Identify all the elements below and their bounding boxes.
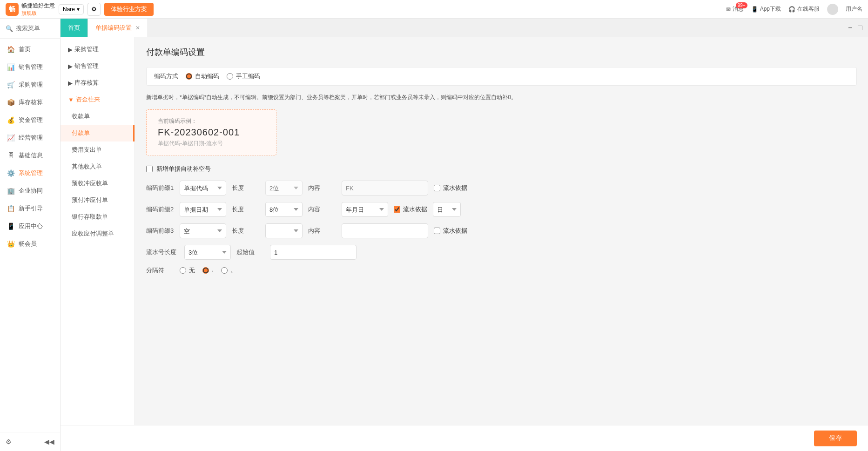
prefix1-select[interactable]: 单据代码 bbox=[180, 181, 226, 195]
sidebar-item-base[interactable]: 🗄 基础信息 bbox=[0, 147, 60, 164]
stream2-checkbox[interactable] bbox=[394, 206, 400, 213]
sidebar-item-label: 销售管理 bbox=[19, 63, 43, 71]
content3-label: 内容 bbox=[308, 227, 336, 235]
stream1-checkbox[interactable] bbox=[434, 185, 440, 191]
sidebar-item-system[interactable]: ⚙️ 系统管理 bbox=[0, 164, 60, 182]
sub-item-prepay-receivable[interactable]: 预收冲应收单 bbox=[61, 175, 135, 192]
sidebar-bottom: ⚙ ◀◀ bbox=[0, 432, 60, 451]
sidebar-item-apps[interactable]: 📱 应用中心 bbox=[0, 217, 60, 235]
stream-period-select[interactable]: 日 月 年 bbox=[433, 202, 461, 217]
save-button[interactable]: 保存 bbox=[814, 431, 857, 446]
sub-item-bank-deposit[interactable]: 银行存取款单 bbox=[61, 209, 135, 225]
prefix3-label: 编码前缀3 bbox=[146, 227, 174, 235]
sidebar-item-sales[interactable]: 📊 销售管理 bbox=[0, 58, 60, 76]
manual-encode-radio[interactable]: 手工编码 bbox=[227, 72, 260, 81]
sub-sidebar: ▶ 采购管理 ▶ 销售管理 ▶ 库存核算 ▼ 资金往来 收款单 付款单 费用支出… bbox=[61, 37, 135, 425]
separator-dash-label: 。 bbox=[230, 266, 236, 275]
chevron-down-icon: ▼ bbox=[68, 96, 74, 103]
separator-label: 分隔符 bbox=[146, 266, 174, 275]
brand-text: 畅捷通好生意 旗舰版 bbox=[21, 2, 55, 17]
maximize-btn[interactable]: □ bbox=[856, 22, 864, 34]
inventory-icon: 📦 bbox=[7, 98, 15, 107]
separator-dash-input[interactable] bbox=[221, 267, 228, 274]
encoding-method-section: 编码方式 自动编码 手工编码 bbox=[146, 67, 857, 86]
sub-item-payment[interactable]: 付款单 bbox=[61, 125, 135, 141]
sidebar-item-inventory[interactable]: 📦 库存核算 bbox=[0, 94, 60, 111]
username: 用户名 bbox=[846, 5, 862, 13]
sub-group-capital[interactable]: ▼ 资金往来 bbox=[61, 91, 135, 108]
close-tab-icon[interactable]: ✕ bbox=[135, 25, 140, 31]
top-header: 畅 畅捷通好生意 旗舰版 Nare ▾ ⚙ 体验行业方案 ✉ 消息 99+ 📱 … bbox=[0, 0, 868, 19]
stream3-checkbox[interactable] bbox=[434, 228, 440, 234]
sidebar-item-purchase[interactable]: 🛒 采购管理 bbox=[0, 76, 60, 94]
stream1-label: 流水依据 bbox=[443, 184, 467, 192]
stream-number-select[interactable]: 3位 4位 5位 bbox=[184, 245, 231, 260]
prefix2-select[interactable]: 单据日期 bbox=[180, 202, 226, 217]
auto-fill-checkbox[interactable] bbox=[146, 166, 153, 172]
sidebar-item-enterprise[interactable]: 🏢 企业协同 bbox=[0, 182, 60, 200]
sidebar-item-label: 应用中心 bbox=[19, 222, 43, 230]
user-avatar bbox=[827, 4, 838, 15]
settings-gear-btn[interactable]: ⚙ bbox=[4, 436, 13, 447]
company-dropdown[interactable]: Nare ▾ bbox=[59, 4, 84, 14]
sidebar-item-finance[interactable]: 💰 资金管理 bbox=[0, 111, 60, 129]
sub-item-expense[interactable]: 费用支出单 bbox=[61, 141, 135, 158]
prefix1-label: 编码前缀1 bbox=[146, 184, 174, 192]
brand-sub: 旗舰版 bbox=[21, 10, 55, 17]
content1-label: 内容 bbox=[308, 184, 336, 192]
start-value-input[interactable] bbox=[270, 245, 357, 260]
sub-group-purchase[interactable]: ▶ 采购管理 bbox=[61, 41, 135, 58]
sub-group-inventory[interactable]: ▶ 库存核算 bbox=[61, 74, 135, 91]
start-value-label: 起始值 bbox=[236, 248, 264, 256]
separator-dot-input[interactable] bbox=[202, 267, 209, 274]
sidebar-item-home[interactable]: 🏠 首页 bbox=[0, 40, 60, 58]
stream1-checkbox-wrap: 流水依据 bbox=[434, 184, 467, 192]
tab-home[interactable]: 首页 bbox=[61, 19, 88, 37]
brand-icon: 畅 bbox=[6, 3, 19, 16]
separator-dash-radio[interactable]: 。 bbox=[221, 266, 236, 275]
separator-dot-radio[interactable]: · bbox=[202, 267, 214, 274]
manual-encode-input[interactable] bbox=[227, 73, 233, 80]
length2-select[interactable]: 8位 bbox=[265, 202, 303, 217]
content2-select[interactable]: 年月日 bbox=[342, 202, 388, 217]
sidebar-item-guide[interactable]: 📋 新手引导 bbox=[0, 200, 60, 217]
message-icon: ✉ bbox=[726, 6, 731, 13]
sidebar-item-member[interactable]: 👑 畅会员 bbox=[0, 235, 60, 253]
sub-item-adjustment[interactable]: 应收应付调整单 bbox=[61, 225, 135, 242]
trial-button[interactable]: 体验行业方案 bbox=[104, 3, 154, 16]
separator-none-input[interactable] bbox=[180, 267, 186, 274]
example-label: 当前编码示例： bbox=[158, 117, 265, 125]
auto-encode-input[interactable] bbox=[186, 73, 192, 80]
minimize-btn[interactable]: − bbox=[846, 22, 854, 34]
headset-icon: 🎧 bbox=[788, 6, 795, 13]
sidebar-item-label: 系统管理 bbox=[19, 169, 43, 177]
separator-none-label: 无 bbox=[189, 266, 195, 275]
length3-label: 长度 bbox=[232, 227, 260, 235]
sidebar-search: 🔍 搜索菜单 bbox=[0, 19, 60, 39]
encoding-method-label: 编码方式 bbox=[154, 72, 178, 81]
sidebar-item-operations[interactable]: 📈 经营管理 bbox=[0, 129, 60, 147]
separator-none-radio[interactable]: 无 bbox=[180, 266, 195, 275]
app-download-btn[interactable]: 📱 App下载 bbox=[751, 5, 781, 13]
length3-select[interactable] bbox=[265, 223, 303, 238]
message-btn[interactable]: ✉ 消息 99+ bbox=[726, 5, 744, 13]
bottom-bar: 保存 bbox=[61, 425, 868, 451]
settings-button[interactable]: ⚙ bbox=[87, 3, 101, 16]
sub-item-other-income[interactable]: 其他收入单 bbox=[61, 158, 135, 175]
sub-item-prepay-payable[interactable]: 预付冲应付单 bbox=[61, 192, 135, 209]
content3-input[interactable] bbox=[342, 223, 428, 238]
online-service-btn[interactable]: 🎧 在线客服 bbox=[788, 5, 820, 13]
sales-icon: 📊 bbox=[7, 63, 15, 71]
auto-encode-radio[interactable]: 自动编码 bbox=[186, 72, 219, 81]
encoding-radio-group: 自动编码 手工编码 bbox=[186, 72, 260, 81]
sub-item-receipt[interactable]: 收款单 bbox=[61, 108, 135, 125]
sub-group-label: 采购管理 bbox=[74, 45, 99, 54]
header-controls: Nare ▾ ⚙ 体验行业方案 bbox=[59, 3, 154, 16]
prefix3-select[interactable]: 空 bbox=[180, 223, 226, 238]
tab-encoding-settings[interactable]: 单据编码设置 ✕ bbox=[88, 19, 148, 37]
collapse-btn[interactable]: ◀◀ bbox=[42, 436, 56, 447]
stream3-checkbox-wrap: 流水依据 bbox=[434, 227, 467, 235]
search-menu-btn[interactable]: 🔍 搜索菜单 bbox=[4, 22, 56, 34]
length1-select[interactable]: 2位 bbox=[265, 181, 303, 195]
sub-group-sales[interactable]: ▶ 销售管理 bbox=[61, 58, 135, 74]
